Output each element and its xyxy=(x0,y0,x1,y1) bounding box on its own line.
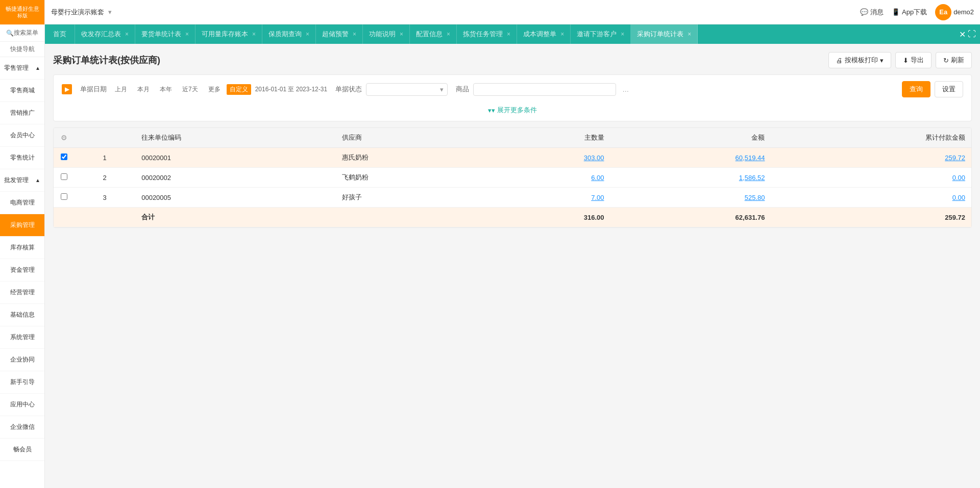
sidebar-item-retail-mgmt[interactable]: 零售管理▲ xyxy=(0,57,44,80)
row-checkbox[interactable] xyxy=(54,188,74,208)
query-btn[interactable]: 查询 xyxy=(902,81,930,97)
nav-tab-cost-adjust[interactable]: 成本调整单× xyxy=(517,24,571,44)
nav-tab-invite-downstream[interactable]: 邀请下游客户× xyxy=(571,24,631,44)
print-btn[interactable]: 🖨 按模板打印 ▾ xyxy=(828,52,891,68)
column-settings-icon[interactable]: ⚙ xyxy=(61,134,67,142)
app-download-btn[interactable]: 📱 App下载 xyxy=(892,8,927,17)
row-paid-amount[interactable]: 0.00 xyxy=(771,188,971,208)
sidebar-item-system-mgmt[interactable]: 系统管理 xyxy=(0,326,44,349)
sidebar-item-app-center[interactable]: 应用中心 xyxy=(0,394,44,416)
col-supplier: 供应商 xyxy=(336,128,485,148)
nav-tab-close-invite-downstream[interactable]: × xyxy=(621,31,624,38)
sidebar-item-ecommerce-mgmt[interactable]: 电商管理 xyxy=(0,192,44,214)
nav-tab-purchase-stats[interactable]: 采购订单统计表× xyxy=(631,24,698,44)
app-logo-text: 畅捷通好生意 xyxy=(6,6,39,12)
refresh-btn[interactable]: ↻ 刷新 xyxy=(936,52,972,68)
row-main-qty[interactable]: 6.00 xyxy=(485,168,610,188)
sidebar-item-label-marketing: 营销推广 xyxy=(10,109,35,117)
shortcut-this-month[interactable]: 本月 xyxy=(133,84,154,95)
sidebar-item-new-guide[interactable]: 新手引导 xyxy=(0,371,44,394)
date-range-display[interactable]: 2016-01-01 至 2023-12-31 xyxy=(255,85,327,94)
sidebar-item-arrow-retail-mgmt: ▲ xyxy=(35,65,40,71)
maximize-icon[interactable]: ⛶ xyxy=(968,30,976,39)
expand-more-btn[interactable]: ▾▾ 展开更多条件 xyxy=(488,106,537,115)
row-amount[interactable]: 525.80 xyxy=(610,188,771,208)
sidebar-item-retail-stats[interactable]: 零售统计 xyxy=(0,147,44,169)
nav-tab-home[interactable]: 首页 xyxy=(45,24,75,44)
nav-label: 快捷导航 xyxy=(10,45,35,54)
settings-btn[interactable]: 设置 xyxy=(935,81,963,97)
shortcut-custom[interactable]: 自定义 xyxy=(227,84,251,95)
table-row[interactable]: 2 00020002 飞鹤奶粉 6.00 1,586.52 0.00 xyxy=(54,168,971,188)
row-checkbox[interactable] xyxy=(54,168,74,188)
sidebar-item-basic-info[interactable]: 基础信息 xyxy=(0,304,44,326)
nav-tab-close-available-inventory[interactable]: × xyxy=(252,31,256,38)
row-amount[interactable]: 1,586.52 xyxy=(610,168,771,188)
sidebar-item-label-enterprise-wechat: 企业微信 xyxy=(10,423,35,431)
nav-tab-config-info[interactable]: 配置信息× xyxy=(410,24,457,44)
row-paid-amount[interactable]: 0.00 xyxy=(771,168,971,188)
sidebar-item-label-vip: 畅会员 xyxy=(13,446,32,454)
user-menu[interactable]: Ea demo2 xyxy=(935,4,974,20)
row-main-qty[interactable]: 7.00 xyxy=(485,188,610,208)
nav-tab-close-goods-stats[interactable]: × xyxy=(185,31,189,38)
col-paid-amount: 累计付款金额 xyxy=(771,128,971,148)
close-tab-icon[interactable]: ✕ xyxy=(959,30,966,39)
nav-tab-available-inventory[interactable]: 可用量库存账本× xyxy=(195,24,262,44)
sidebar-item-operations-mgmt[interactable]: 经营管理 xyxy=(0,281,44,304)
topbar-right: 💬 消息 📱 App下载 Ea demo2 xyxy=(860,4,974,20)
search-menu[interactable]: 🔍 搜索菜单 xyxy=(0,24,44,42)
nav-tab-close-function-desc[interactable]: × xyxy=(400,31,403,38)
nav-tab-overstock-warning[interactable]: 超储预警× xyxy=(316,24,363,44)
nav-tabs-actions: ✕ ⛶ xyxy=(955,30,980,39)
nav-tab-function-desc[interactable]: 功能说明× xyxy=(363,24,410,44)
export-btn[interactable]: ⬇ 导出 xyxy=(895,52,932,68)
sidebar-item-purchase-mgmt[interactable]: 采购管理 xyxy=(0,214,44,237)
row-unit-code: 00020005 xyxy=(135,188,336,208)
nav-tab-close-expiry-query[interactable]: × xyxy=(306,31,309,38)
goods-input[interactable] xyxy=(473,83,616,96)
shortcut-more[interactable]: 更多 xyxy=(204,84,225,95)
row-paid-amount[interactable]: 259.72 xyxy=(771,148,971,168)
nav-tab-close-picking-task[interactable]: × xyxy=(507,31,510,38)
row-checkbox[interactable] xyxy=(54,148,74,168)
sidebar-item-inventory[interactable]: 库存核算 xyxy=(0,237,44,259)
message-btn[interactable]: 💬 消息 xyxy=(860,8,884,17)
page-actions: 🖨 按模板打印 ▾ ⬇ 导出 ↻ 刷新 xyxy=(828,52,972,68)
sidebar-item-capital-mgmt[interactable]: 资金管理 xyxy=(0,259,44,281)
nav-tab-picking-task[interactable]: 拣货任务管理× xyxy=(457,24,517,44)
nav-tab-close-overstock-warning[interactable]: × xyxy=(353,31,356,38)
quick-nav[interactable]: 快捷导航 xyxy=(0,42,44,57)
shortcut-last-month[interactable]: 上月 xyxy=(111,84,131,95)
sidebar-item-label-wholesale-mgmt: 批发管理 xyxy=(4,176,29,185)
sidebar-item-vip[interactable]: 畅会员 xyxy=(0,439,44,461)
sidebar-item-retail-mall[interactable]: 零售商城 xyxy=(0,80,44,102)
table-footer-row: 合计 316.00 62,631.76 259.72 xyxy=(54,208,971,227)
filter-toggle[interactable]: ▶ xyxy=(62,84,72,94)
sidebar-item-enterprise-collab[interactable]: 企业协同 xyxy=(0,349,44,371)
row-amount[interactable]: 60,519.44 xyxy=(610,148,771,168)
sidebar-item-label-system-mgmt: 系统管理 xyxy=(10,333,35,342)
nav-tab-expiry-query[interactable]: 保质期查询× xyxy=(262,24,316,44)
shortcut-7days[interactable]: 近7天 xyxy=(178,84,202,95)
table-row[interactable]: 1 00020001 惠氏奶粉 303.00 60,519.44 259.72 xyxy=(54,148,971,168)
goods-more-btn[interactable]: … xyxy=(622,86,629,93)
row-main-qty[interactable]: 303.00 xyxy=(485,148,610,168)
nav-tab-receipt-summary[interactable]: 收发存汇总表× xyxy=(75,24,135,44)
nav-tab-close-purchase-stats[interactable]: × xyxy=(688,31,691,38)
nav-tab-close-config-info[interactable]: × xyxy=(447,31,450,38)
nav-tab-label-invite-downstream: 邀请下游客户 xyxy=(577,30,617,39)
goods-label: 商品 xyxy=(456,85,469,94)
shortcut-this-year[interactable]: 本年 xyxy=(156,84,176,95)
table-row[interactable]: 3 00020005 好孩子 7.00 525.80 0.00 xyxy=(54,188,971,208)
nav-tab-close-receipt-summary[interactable]: × xyxy=(125,31,129,38)
nav-tab-goods-stats[interactable]: 要货单统计表× xyxy=(135,24,195,44)
sidebar-item-label-enterprise-collab: 企业协同 xyxy=(10,356,35,364)
sidebar-item-member-center[interactable]: 会员中心 xyxy=(0,124,44,147)
nav-tab-close-cost-adjust[interactable]: × xyxy=(560,31,564,38)
footer-paid-amount: 259.72 xyxy=(771,208,971,227)
sidebar-item-marketing[interactable]: 营销推广 xyxy=(0,102,44,124)
sidebar-item-enterprise-wechat[interactable]: 企业微信 xyxy=(0,416,44,439)
status-select[interactable] xyxy=(366,83,448,96)
sidebar-item-wholesale-mgmt[interactable]: 批发管理▲ xyxy=(0,169,44,192)
